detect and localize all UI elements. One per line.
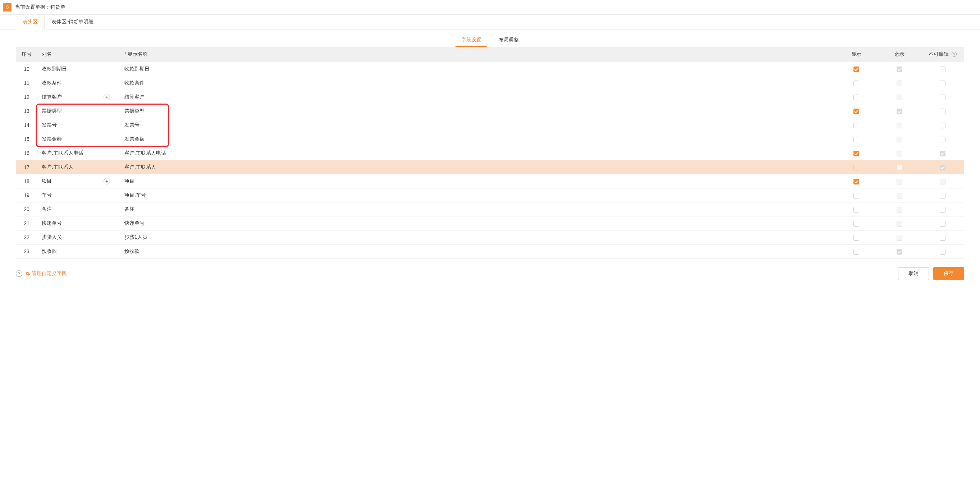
cell-show bbox=[835, 202, 878, 217]
table-row: 21快递单号快递单号 bbox=[16, 217, 964, 231]
show-checkbox[interactable] bbox=[853, 235, 859, 240]
cell-readonly bbox=[921, 245, 964, 258]
manage-custom-fields-link[interactable]: 管理自定义字段 bbox=[25, 271, 67, 277]
table-row: 12结算客户+结算客户 bbox=[16, 90, 964, 104]
cell-readonly bbox=[921, 146, 964, 160]
required-checkbox bbox=[897, 165, 902, 170]
display-name-label: 显示名称 bbox=[127, 51, 148, 57]
footer-right: 取消 保存 bbox=[898, 267, 964, 280]
cell-required bbox=[878, 245, 921, 258]
readonly-checkbox[interactable] bbox=[940, 123, 945, 128]
subtab-1[interactable]: 布局调整 bbox=[493, 34, 525, 47]
show-checkbox[interactable] bbox=[853, 95, 859, 100]
show-checkbox[interactable] bbox=[853, 108, 859, 115]
col-name-text: 结算客户 bbox=[42, 94, 62, 100]
cell-display-name[interactable]: 收款条件 bbox=[120, 76, 835, 90]
show-checkbox[interactable] bbox=[853, 67, 859, 72]
required-checkbox bbox=[897, 151, 902, 156]
help-icon[interactable]: ? bbox=[951, 52, 957, 57]
collapse-toggle-button[interactable] bbox=[3, 3, 11, 11]
tab-1[interactable]: 表体区-销货单明细 bbox=[45, 15, 100, 29]
cell-readonly bbox=[921, 90, 964, 104]
cell-display-name[interactable]: 收款到期日 bbox=[120, 62, 835, 76]
readonly-label: 不可编辑 bbox=[929, 51, 949, 57]
cell-display-name[interactable]: 发票号 bbox=[120, 118, 835, 132]
cell-readonly bbox=[921, 76, 964, 90]
cell-required bbox=[878, 188, 921, 202]
col-name-text: 备注 bbox=[42, 206, 52, 212]
cancel-button[interactable]: 取消 bbox=[898, 267, 929, 280]
gear-icon bbox=[25, 271, 30, 276]
plus-icon[interactable]: + bbox=[103, 94, 110, 100]
readonly-checkbox bbox=[940, 151, 945, 156]
show-checkbox[interactable] bbox=[853, 165, 859, 170]
cell-required bbox=[878, 104, 921, 118]
table-wrapper: 序号 列名 *显示名称 显示 必录 不可编辑 ? 10收款到期日收款到期日11收… bbox=[16, 47, 964, 258]
show-checkbox[interactable] bbox=[853, 81, 859, 86]
show-checkbox[interactable] bbox=[853, 249, 859, 255]
cell-display-name[interactable]: 发票金额 bbox=[120, 132, 835, 146]
cell-display-name[interactable]: 客户.主联系人电话 bbox=[120, 146, 835, 160]
readonly-checkbox[interactable] bbox=[940, 95, 945, 100]
table-body: 10收款到期日收款到期日11收款条件收款条件12结算客户+结算客户13票据类型票… bbox=[16, 62, 964, 258]
cell-required bbox=[878, 90, 921, 104]
col-name-text: 预收款 bbox=[42, 248, 57, 254]
header-bar: 当前设置单据：销货单 bbox=[0, 0, 980, 15]
col-name-text: 快递单号 bbox=[42, 220, 62, 226]
readonly-checkbox[interactable] bbox=[940, 235, 945, 240]
required-mark: * bbox=[124, 51, 126, 57]
cell-display-name[interactable]: 票据类型 bbox=[120, 104, 835, 118]
cell-required bbox=[878, 202, 921, 217]
required-checkbox bbox=[897, 108, 902, 115]
cell-display-name[interactable]: 客户.主联系人 bbox=[120, 160, 835, 174]
subtab-0[interactable]: 字段设置 bbox=[455, 34, 487, 47]
required-checkbox bbox=[897, 67, 902, 72]
cell-seq: 21 bbox=[16, 217, 37, 231]
readonly-checkbox[interactable] bbox=[940, 207, 945, 213]
cell-show bbox=[835, 146, 878, 160]
cell-name: 客户.主联系人 bbox=[37, 160, 120, 174]
show-checkbox[interactable] bbox=[853, 123, 859, 128]
readonly-checkbox[interactable] bbox=[940, 67, 945, 72]
cell-name: 车号 bbox=[37, 188, 120, 202]
show-checkbox[interactable] bbox=[853, 179, 859, 185]
cell-required bbox=[878, 160, 921, 174]
cell-name: 收款到期日 bbox=[37, 62, 120, 76]
tab-0[interactable]: 表头区 bbox=[16, 15, 45, 29]
cell-display-name[interactable]: 项目.车号 bbox=[120, 188, 835, 202]
cell-display-name[interactable]: 快递单号 bbox=[120, 217, 835, 231]
save-button[interactable]: 保存 bbox=[933, 267, 964, 280]
cell-name: 发票号 bbox=[37, 118, 120, 132]
cell-readonly bbox=[921, 132, 964, 146]
show-checkbox[interactable] bbox=[853, 221, 859, 226]
required-checkbox bbox=[897, 207, 902, 213]
readonly-checkbox[interactable] bbox=[940, 221, 945, 226]
cell-display-name[interactable]: 结算客户 bbox=[120, 90, 835, 104]
required-checkbox bbox=[897, 235, 902, 240]
readonly-checkbox[interactable] bbox=[940, 193, 945, 199]
cell-show bbox=[835, 76, 878, 90]
cell-display-name[interactable]: 项目 bbox=[120, 174, 835, 188]
table-row: 16客户.主联系人电话客户.主联系人电话 bbox=[16, 146, 964, 160]
table-row: 13票据类型票据类型 bbox=[16, 104, 964, 118]
readonly-checkbox[interactable] bbox=[940, 108, 945, 115]
help-icon[interactable]: ? bbox=[16, 271, 22, 277]
cell-readonly bbox=[921, 217, 964, 231]
cell-seq: 12 bbox=[16, 90, 37, 104]
show-checkbox[interactable] bbox=[853, 137, 859, 142]
readonly-checkbox[interactable] bbox=[940, 81, 945, 86]
required-checkbox bbox=[897, 193, 902, 199]
show-checkbox[interactable] bbox=[853, 193, 859, 199]
cell-display-name[interactable]: 预收款 bbox=[120, 245, 835, 258]
cell-show bbox=[835, 231, 878, 245]
cell-display-name[interactable]: 步骤1人员 bbox=[120, 231, 835, 245]
cell-seq: 16 bbox=[16, 146, 37, 160]
cell-seq: 10 bbox=[16, 62, 37, 76]
cell-display-name[interactable]: 备注 bbox=[120, 202, 835, 217]
col-name-text: 客户.主联系人电话 bbox=[42, 150, 83, 156]
readonly-checkbox[interactable] bbox=[940, 137, 945, 142]
show-checkbox[interactable] bbox=[853, 207, 859, 213]
readonly-checkbox[interactable] bbox=[940, 249, 945, 255]
show-checkbox[interactable] bbox=[853, 151, 859, 156]
plus-icon[interactable]: + bbox=[103, 178, 110, 185]
